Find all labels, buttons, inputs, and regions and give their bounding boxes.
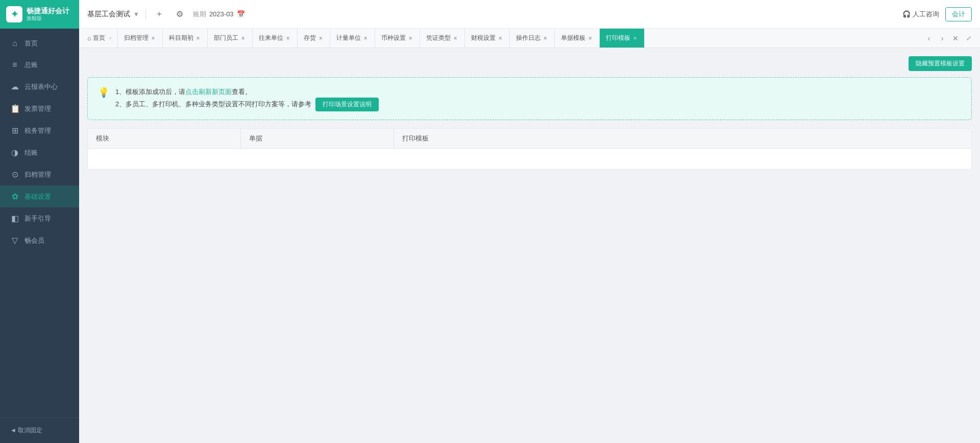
sidebar-item-reports[interactable]: ☁ 云报表中心 <box>0 76 79 98</box>
col-module: 模块 <box>88 129 241 148</box>
main-area: 基层工会测试 ▼ ＋ ⚙ 账期 2023-03 📅 🎧 人工咨询 会计 ⌂ 首页… <box>79 0 980 443</box>
headset-icon: 🎧 <box>902 10 911 18</box>
tab-unit[interactable]: 计量单位 × <box>330 29 375 48</box>
tab-taxsettings-label: 财税设置 <box>471 34 496 42</box>
topbar-right: 🎧 人工咨询 会计 <box>902 7 972 21</box>
sidebar-logo: ✦ 畅捷通好会计 旗舰版 <box>0 0 79 29</box>
archive-icon: ⊙ <box>10 170 19 179</box>
sidebar-item-close[interactable]: ◑ 结账 <box>0 142 79 164</box>
tab-currency[interactable]: 币种设置 × <box>375 29 420 48</box>
tab-archive[interactable]: 归档管理 × <box>118 29 163 48</box>
tab-inventory-label: 存货 <box>304 34 316 42</box>
sidebar-item-guide[interactable]: ◧ 新手引导 <box>0 207 79 229</box>
col-doc: 单据 <box>241 129 394 148</box>
tab-vouchertype-label: 凭证类型 <box>426 34 451 42</box>
logo-icon: ✦ <box>6 6 22 22</box>
sidebar-unpin[interactable]: ◄ 取消固定 <box>0 417 79 443</box>
sidebar-label-settings: 基础设置 <box>24 192 51 201</box>
table-header: 模块 单据 打印模板 <box>88 129 971 149</box>
tab-inventory-close[interactable]: × <box>318 35 324 42</box>
tab-singledoc[interactable]: 单据模板 × <box>555 29 600 48</box>
project-name: 基层工会测试 <box>87 10 130 19</box>
tab-unit-close[interactable]: × <box>363 35 369 42</box>
tab-oplog-label: 操作日志 <box>516 34 541 42</box>
sidebar-label-ledger: 总账 <box>24 60 38 69</box>
sidebar-item-ledger[interactable]: ≡ 总账 <box>0 54 79 76</box>
tab-vouchertype-close[interactable]: × <box>453 35 458 42</box>
tab-home[interactable]: ⌂ 首页 ‹ <box>81 29 118 48</box>
content-area: 隐藏预置模板设置 💡 1、模板添加成功后，请点击刷新新页面查看。 2、多员工、多… <box>79 48 980 443</box>
info-line1-prefix: 1、模板添加成功后，请 <box>115 88 185 96</box>
hide-template-button[interactable]: 隐藏预置模板设置 <box>909 56 972 71</box>
sidebar-item-settings[interactable]: ✿ 基础设置 <box>0 185 79 207</box>
tab-currency-label: 币种设置 <box>381 34 406 42</box>
tab-prev-button[interactable]: ‹ <box>923 32 935 44</box>
sidebar-item-member[interactable]: ▽ 畅会员 <box>0 229 79 251</box>
tab-dept-close[interactable]: × <box>240 35 246 42</box>
sidebar-item-home[interactable]: ⌂ 首页 <box>0 33 79 54</box>
tab-printtemplate-label: 打印模板 <box>606 34 630 42</box>
sidebar-nav: ⌂ 首页 ≡ 总账 ☁ 云报表中心 📋 发票管理 ⊞ 税务管理 ◑ 结账 ⊙ 归… <box>0 29 79 417</box>
sidebar-item-invoice[interactable]: 📋 发票管理 <box>0 98 79 120</box>
print-explain-button[interactable]: 打印场景设置说明 <box>315 98 379 111</box>
sidebar-label-invoice: 发票管理 <box>24 104 51 113</box>
sidebar: ✦ 畅捷通好会计 旗舰版 ⌂ 首页 ≡ 总账 ☁ 云报表中心 📋 发票管理 ⊞ … <box>0 0 79 443</box>
tab-subject[interactable]: 科目期初 × <box>163 29 208 48</box>
tab-currency-close[interactable]: × <box>408 35 413 42</box>
info-box: 💡 1、模板添加成功后，请点击刷新新页面查看。 2、多员工、多打印机、多种业务类… <box>87 77 972 120</box>
invoice-icon: 📋 <box>10 104 19 113</box>
settings-button[interactable]: ⚙ <box>173 7 187 21</box>
tab-next-button[interactable]: › <box>936 32 948 44</box>
tab-close-all-button[interactable]: ✕ <box>949 32 962 44</box>
sidebar-item-archive[interactable]: ⊙ 归档管理 <box>0 164 79 185</box>
sidebar-label-member: 畅会员 <box>24 236 44 245</box>
home-tab-prev[interactable]: ‹ <box>109 35 111 41</box>
tab-taxsettings[interactable]: 财税设置 × <box>465 29 510 48</box>
topbar: 基层工会测试 ▼ ＋ ⚙ 账期 2023-03 📅 🎧 人工咨询 会计 <box>79 0 980 29</box>
tab-subject-label: 科目期初 <box>169 34 193 42</box>
account-button[interactable]: 会计 <box>945 7 972 21</box>
tab-inventory[interactable]: 存货 × <box>298 29 330 48</box>
tab-printtemplate[interactable]: 打印模板 × <box>600 29 645 48</box>
period-value: 2023-03 <box>209 10 234 18</box>
info-content: 1、模板添加成功后，请点击刷新新页面查看。 2、多员工、多打印机、多种业务类型设… <box>115 86 961 111</box>
topbar-divider-1 <box>145 9 146 19</box>
tab-dept[interactable]: 部门员工 × <box>208 29 253 48</box>
info-line2-prefix: 2、多员工、多打印机、多种业务类型设置不同打印方案等，请参考 <box>115 100 311 108</box>
project-selector[interactable]: 基层工会测试 ▼ <box>87 10 139 19</box>
logo-sub: 旗舰版 <box>27 15 69 22</box>
tax-icon: ⊞ <box>10 126 19 135</box>
sidebar-label-reports: 云报表中心 <box>24 82 58 91</box>
home-tab-label: 首页 <box>93 34 105 42</box>
tab-counterparty[interactable]: 往来单位 × <box>253 29 298 48</box>
refresh-link[interactable]: 点击刷新新页面 <box>185 88 232 96</box>
action-bar: 隐藏预置模板设置 <box>87 56 972 71</box>
tab-expand-button[interactable]: ⤢ <box>963 32 975 44</box>
sidebar-item-tax[interactable]: ⊞ 税务管理 <box>0 120 79 142</box>
tab-singledoc-close[interactable]: × <box>587 35 593 42</box>
support-label: 人工咨询 <box>913 10 939 19</box>
tab-printtemplate-close[interactable]: × <box>632 35 638 42</box>
account-label: 会计 <box>952 10 965 18</box>
period-label: 账期 <box>193 10 206 19</box>
tab-taxsettings-close[interactable]: × <box>498 35 503 42</box>
sidebar-label-home: 首页 <box>24 39 38 48</box>
unpin-label: ◄ 取消固定 <box>10 426 42 435</box>
period-info: 账期 2023-03 📅 <box>193 10 245 19</box>
tab-oplog-close[interactable]: × <box>543 35 548 42</box>
ledger-icon: ≡ <box>10 60 19 69</box>
tab-oplog[interactable]: 操作日志 × <box>510 29 555 48</box>
info-line1-suffix: 查看。 <box>232 88 252 96</box>
tab-singledoc-label: 单据模板 <box>561 34 585 42</box>
tab-counterparty-label: 往来单位 <box>259 34 283 42</box>
tab-archive-close[interactable]: × <box>151 35 156 42</box>
support-button[interactable]: 🎧 人工咨询 <box>902 10 939 19</box>
add-project-button[interactable]: ＋ <box>152 7 166 21</box>
tab-vouchertype[interactable]: 凭证类型 × <box>420 29 465 48</box>
tab-counterparty-close[interactable]: × <box>285 35 291 42</box>
calendar-icon[interactable]: 📅 <box>237 10 245 18</box>
home-tab-icon: ⌂ <box>87 35 91 42</box>
info-line-2: 2、多员工、多打印机、多种业务类型设置不同打印方案等，请参考 打印场景设置说明 <box>115 98 961 111</box>
tab-subject-close[interactable]: × <box>195 35 201 42</box>
data-table: 模块 单据 打印模板 <box>87 128 972 170</box>
